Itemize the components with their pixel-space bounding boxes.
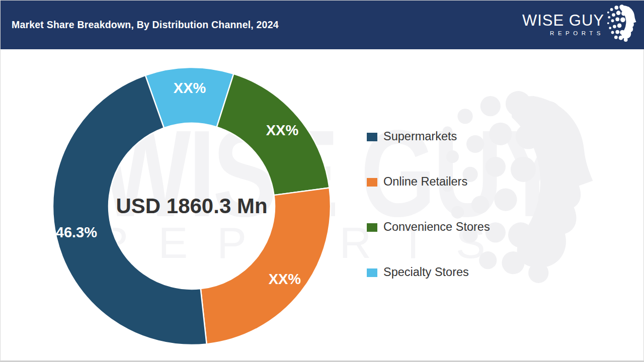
header-bar: Market Share Breakdown, By Distribution … bbox=[1, 1, 644, 49]
slice-value-label: 46.3% bbox=[56, 224, 97, 240]
dotted-face-icon bbox=[605, 5, 636, 44]
center-value-label: USD 1860.3 Mn bbox=[116, 194, 267, 218]
chart-title: Market Share Breakdown, By Distribution … bbox=[12, 1, 279, 49]
slice-value-label: XX% bbox=[269, 271, 301, 287]
legend-swatch bbox=[367, 223, 377, 232]
legend-swatch bbox=[367, 178, 377, 187]
chart-legend: SupermarketsOnline RetailersConvenience … bbox=[367, 130, 490, 311]
logo-wordmark: WISE GUY bbox=[522, 13, 604, 28]
legend-label: Online Retailers bbox=[383, 176, 467, 188]
logo-subtitle: REPORTS bbox=[522, 30, 604, 36]
legend-label: Convenience Stores bbox=[383, 221, 490, 233]
legend-item-supermarkets: Supermarkets bbox=[367, 130, 490, 143]
logo-text: WISE GUY REPORTS bbox=[522, 13, 604, 36]
legend-item-specialty-stores: Specialty Stores bbox=[367, 266, 490, 279]
legend-item-online-retailers: Online Retailers bbox=[367, 175, 490, 189]
slice-value-label: XX% bbox=[266, 122, 299, 138]
legend-swatch bbox=[367, 133, 377, 141]
report-image: Market Share Breakdown, By Distribution … bbox=[0, 0, 644, 362]
legend-swatch bbox=[367, 268, 377, 277]
slice-value-label: XX% bbox=[174, 80, 206, 96]
wise-guy-logo: WISE GUY REPORTS bbox=[522, 5, 636, 44]
legend-label: Supermarkets bbox=[383, 131, 457, 143]
legend-item-convenience-stores: Convenience Stores bbox=[367, 221, 490, 234]
legend-label: Specialty Stores bbox=[383, 266, 469, 279]
